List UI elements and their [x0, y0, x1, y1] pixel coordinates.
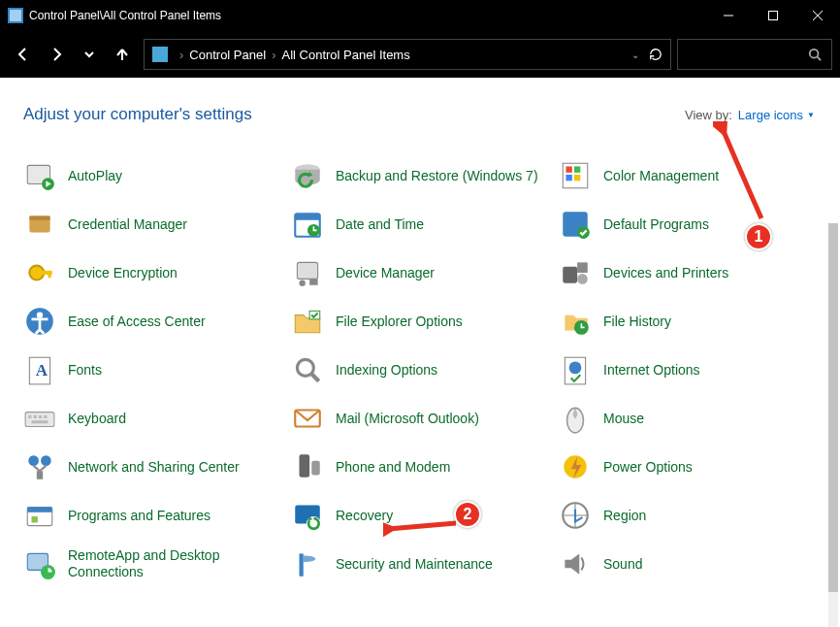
refresh-icon[interactable]: [649, 48, 662, 61]
control-panel-icon: [8, 8, 23, 23]
cpl-item-label: Credential Manager: [68, 216, 187, 233]
breadcrumb-control-panel[interactable]: Control Panel: [189, 48, 266, 62]
location-icon: [152, 47, 168, 62]
cpl-item-autoplay[interactable]: AutoPlay: [23, 155, 281, 196]
svg-point-27: [300, 280, 306, 285]
cpl-item-default-programs[interactable]: Default Programs: [559, 204, 817, 245]
cpl-item-credential-manager[interactable]: Credential Manager: [23, 204, 281, 245]
cpl-item-indexing-options[interactable]: Indexing Options: [291, 349, 549, 390]
cpl-item-label: Mail (Microsoft Outlook): [336, 411, 479, 427]
keyboard-icon: [23, 402, 56, 435]
cpl-item-label: Color Management: [603, 168, 719, 184]
cpl-item-label: RemoteApp and Desktop Connections: [68, 547, 281, 580]
view-by-dropdown[interactable]: Large icons ▼: [738, 108, 815, 122]
cpl-item-label: Device Manager: [336, 265, 435, 281]
cpl-item-backup-and-restore-windows-7[interactable]: Backup and Restore (Windows 7): [291, 155, 549, 196]
cpl-item-label: Fonts: [68, 362, 102, 379]
cpl-item-label: Mouse: [603, 411, 644, 427]
cpl-item-internet-options[interactable]: Internet Options: [559, 349, 817, 390]
cpl-item-security-and-maintenance[interactable]: Security and Maintenance: [291, 544, 549, 584]
cpl-item-device-manager[interactable]: Device Manager: [291, 252, 549, 293]
cpl-item-label: Sound: [603, 556, 642, 573]
svg-rect-42: [25, 412, 54, 427]
search-icon: [808, 48, 822, 61]
up-button[interactable]: [107, 39, 138, 70]
cpl-item-power-options[interactable]: Power Options: [559, 446, 817, 487]
cpl-item-recovery[interactable]: Recovery: [291, 495, 549, 536]
svg-rect-62: [32, 516, 38, 522]
indexing-options-icon: [291, 353, 324, 386]
svg-point-52: [28, 455, 39, 466]
cpl-item-network-and-sharing-center[interactable]: Network and Sharing Center: [23, 446, 281, 487]
search-input[interactable]: [677, 39, 832, 70]
svg-point-31: [577, 274, 588, 284]
breadcrumb-sep-icon: ›: [272, 48, 275, 62]
cpl-item-phone-and-modem[interactable]: Phone and Modem: [291, 446, 549, 487]
recent-locations-button[interactable]: [74, 39, 105, 70]
address-dropdown-icon[interactable]: ⌄: [631, 50, 639, 60]
default-programs-icon: [559, 208, 592, 241]
content-area: Adjust your computer's settings View by:…: [0, 78, 840, 627]
svg-line-7: [818, 57, 822, 61]
annotation-badge-2: 2: [454, 501, 481, 528]
back-button[interactable]: [8, 39, 39, 70]
cpl-item-remoteapp-and-desktop-connections[interactable]: RemoteApp and Desktop Connections: [23, 544, 281, 584]
svg-rect-17: [29, 216, 49, 220]
scrollbar-thumb[interactable]: [828, 223, 838, 592]
close-button[interactable]: [795, 0, 840, 31]
forward-button[interactable]: [41, 39, 72, 70]
device-encryption-icon: [23, 256, 56, 289]
phone-and-modem-icon: [291, 450, 324, 483]
address-bar[interactable]: › Control Panel › All Control Panel Item…: [144, 39, 671, 70]
color-management-icon: [559, 159, 592, 192]
cpl-item-color-management[interactable]: Color Management: [559, 155, 817, 196]
svg-rect-57: [300, 454, 310, 477]
cpl-item-label: Region: [603, 508, 646, 524]
svg-rect-61: [27, 508, 52, 512]
maximize-button[interactable]: [751, 0, 795, 31]
ease-of-access-center-icon: [23, 305, 56, 338]
svg-rect-47: [32, 420, 48, 423]
cpl-item-devices-and-printers[interactable]: Devices and Printers: [559, 252, 817, 293]
cpl-item-label: Default Programs: [603, 216, 709, 233]
svg-rect-3: [769, 12, 778, 20]
svg-rect-54: [37, 471, 43, 479]
svg-rect-43: [28, 415, 31, 418]
cpl-item-date-and-time[interactable]: Date and Time: [291, 204, 549, 245]
cpl-item-mouse[interactable]: Mouse: [559, 398, 817, 439]
svg-rect-30: [577, 262, 588, 273]
cpl-item-mail-microsoft-outlook[interactable]: Mail (Microsoft Outlook): [291, 398, 549, 439]
cpl-item-label: Date and Time: [336, 216, 424, 233]
cpl-item-ease-of-access-center[interactable]: Ease of Access Center: [23, 301, 281, 342]
navigation-bar: › Control Panel › All Control Panel Item…: [0, 31, 840, 78]
svg-rect-51: [573, 412, 577, 417]
device-manager-icon: [291, 256, 324, 289]
cpl-item-file-explorer-options[interactable]: File Explorer Options: [291, 301, 549, 342]
security-and-maintenance-icon: [291, 547, 324, 580]
credential-manager-icon: [23, 208, 56, 241]
svg-rect-46: [44, 415, 47, 418]
svg-point-33: [37, 312, 43, 317]
cpl-item-programs-and-features[interactable]: Programs and Features: [23, 495, 281, 536]
cpl-item-label: Network and Sharing Center: [68, 459, 240, 476]
breadcrumb-all-items[interactable]: All Control Panel Items: [281, 48, 409, 62]
cpl-item-keyboard[interactable]: Keyboard: [23, 398, 281, 439]
network-and-sharing-center-icon: [23, 450, 56, 483]
cpl-item-label: Programs and Features: [68, 508, 210, 524]
cpl-item-file-history[interactable]: File History: [559, 301, 817, 342]
view-by-value: Large icons: [738, 108, 803, 122]
mail-microsoft-outlook-icon: [291, 402, 324, 435]
svg-line-56: [40, 466, 46, 471]
cpl-item-fonts[interactable]: AFonts: [23, 349, 281, 390]
minimize-button[interactable]: [706, 0, 751, 31]
dropdown-triangle-icon: ▼: [807, 111, 815, 119]
svg-rect-26: [297, 262, 317, 279]
svg-rect-29: [563, 267, 577, 283]
fonts-icon: A: [23, 353, 56, 386]
cpl-item-device-encryption[interactable]: Device Encryption: [23, 252, 281, 293]
cpl-item-region[interactable]: Region: [559, 495, 817, 536]
programs-and-features-icon: [23, 499, 56, 532]
svg-rect-28: [309, 279, 318, 284]
cpl-item-sound[interactable]: Sound: [559, 544, 817, 584]
file-explorer-options-icon: [291, 305, 324, 338]
